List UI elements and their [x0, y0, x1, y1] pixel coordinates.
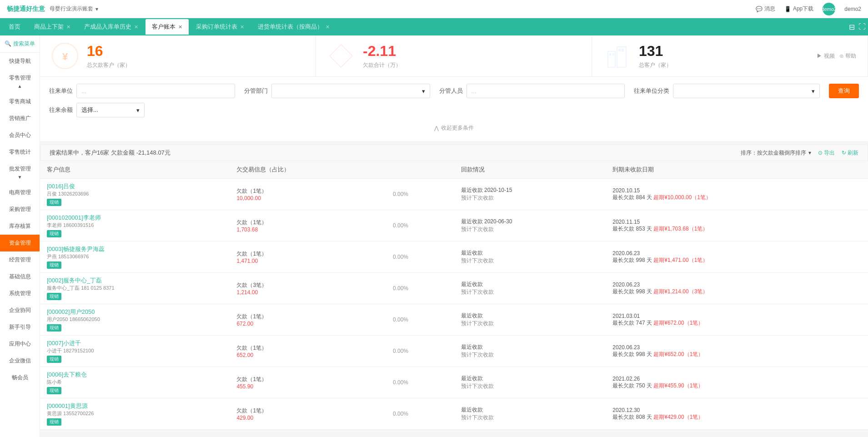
query-button[interactable]: 查询 — [829, 84, 859, 98]
cell-payment-2: 最近收款 预计下次收款 — [454, 241, 606, 273]
video-btn[interactable]: ▶ 视频 — [817, 52, 834, 60]
overdue-link-1[interactable]: 超期¥1,703.68（1笔） — [653, 226, 708, 232]
next-payment-1: 预计下次收款 — [461, 226, 599, 233]
col-debt-info: 欠交易信息（占比） — [230, 161, 386, 179]
sidebar-item-retail-mgmt[interactable]: 零售管理 ▲ — [0, 70, 40, 93]
debt-pct-3: 0.00% — [393, 285, 408, 291]
message-btn[interactable]: 💬 消息 — [756, 5, 775, 13]
sidebar-item-retail-stats[interactable]: 零售统计 — [0, 144, 40, 161]
customer-name-1[interactable]: [0001020001]李老师 — [47, 214, 101, 221]
sidebar-item-marketing[interactable]: 营销推广 — [0, 110, 40, 127]
sidebar-item-batch-mgmt[interactable]: 批发管理 ▼ — [0, 161, 40, 184]
sidebar-item-quick-nav[interactable]: 快捷导航 — [0, 53, 40, 70]
customer-name-2[interactable]: [0003]畅捷服务尹海蕊 — [47, 246, 105, 252]
filter-person-input[interactable]: ... — [467, 84, 625, 98]
debt-amount-1: 1,703.68 — [236, 226, 379, 233]
overdue-info-4: 最长欠款 747 天 超期¥672.00（1笔） — [612, 319, 861, 327]
filter-balance-select[interactable]: 选择... ▾ — [76, 103, 145, 117]
help-btn[interactable]: ⊙ 帮助 — [839, 52, 856, 60]
tab-goods-toggle[interactable]: 商品上下架 ✕ — [28, 19, 77, 35]
overdue-link-5[interactable]: 超期¥652.00（1笔） — [653, 351, 703, 357]
tab-customer-account[interactable]: 客户账本 ✕ — [146, 19, 189, 35]
collapse-btn[interactable]: ⋀ 收起更多条件 — [49, 122, 859, 134]
result-summary: 搜索结果中，客户16家 欠款金额 -21,148.07元 — [50, 149, 171, 157]
debt-label-7: 欠款（1笔） — [236, 407, 379, 415]
customer-name-4[interactable]: [000002]用户2050 — [47, 308, 95, 315]
svg-rect-6 — [609, 53, 611, 55]
table-row: [0003]畅捷服务尹海蕊 尹燕 18513066976 现销 欠款（1笔） 1… — [40, 241, 868, 273]
sidebar: 🔍 搜索菜单 快捷导航 零售管理 ▲ 零售商城 营销推广 会员中心 零售统计 批… — [0, 35, 40, 437]
tab-home[interactable]: 首页 — [2, 19, 27, 35]
refresh-btn[interactable]: ↻ 刷新 — [842, 149, 858, 157]
chevron-down-icon: ▾ — [422, 88, 425, 95]
customer-name-6[interactable]: [0006]去下粮仓 — [47, 371, 87, 378]
cell-customer-0: [0016]吕俊 吕俊 13026203696 现销 — [40, 179, 230, 210]
sidebar-item-capital[interactable]: 资金管理 — [0, 235, 40, 251]
tab-minimize-icon[interactable]: ⊟ — [849, 23, 855, 31]
overdue-link-7[interactable]: 超期¥429.00（1笔） — [653, 414, 703, 420]
sidebar-item-inventory[interactable]: 库存核算 — [0, 218, 40, 235]
sidebar-item-vip[interactable]: 畅会员 — [0, 369, 40, 386]
user-avatar[interactable]: demo2 — [823, 3, 835, 15]
app-download-btn[interactable]: 📱 App下载 — [784, 5, 813, 13]
next-payment-6: 预计下次收款 — [461, 382, 599, 390]
tab-bar-actions: ⊟ ⛶ — [849, 23, 866, 31]
chevron-down-icon: ▾ — [95, 6, 98, 12]
sidebar-item-purchase[interactable]: 采购管理 — [0, 201, 40, 218]
tab-goods-close[interactable]: ✕ — [66, 24, 70, 30]
cell-payment-3: 最近收款 预计下次收款 — [454, 273, 606, 304]
tab-expand-icon[interactable]: ⛶ — [858, 23, 866, 31]
sidebar-item-cooperation[interactable]: 企业协同 — [0, 302, 40, 319]
customer-name-5[interactable]: [0007]小进千 — [47, 340, 81, 347]
cell-customer-7: [000001]黄思源 黄思源 13552700226 现销 — [40, 398, 230, 430]
overdue-link-2[interactable]: 超期¥1,471.00（1笔） — [653, 257, 708, 263]
sidebar-item-corp-wechat[interactable]: 企业微信 — [0, 352, 40, 369]
cell-due-0: 2020.10.15 最长欠款 884 天 超期¥10,000.00（1笔） — [606, 179, 868, 210]
overdue-link-0[interactable]: 超期¥10,000.00（1笔） — [653, 194, 711, 201]
cell-customer-2: [0003]畅捷服务尹海蕊 尹燕 18513066976 现销 — [40, 241, 230, 273]
cell-debt-1: 欠款（1笔） 1,703.68 — [230, 210, 386, 241]
customer-name-0[interactable]: [0016]吕俊 — [47, 183, 75, 190]
overdue-days-6: 最长欠款 750 天 — [612, 382, 653, 389]
sidebar-item-operations[interactable]: 经营管理 — [0, 251, 40, 268]
top-bar-left: 畅捷通好生意 母婴行业演示账套 ▾ — [7, 5, 98, 13]
export-btn[interactable]: ⊙ 导出 — [818, 149, 835, 157]
customer-name-7[interactable]: [000001]黄思源 — [47, 402, 88, 409]
tab-purchase-close[interactable]: ✕ — [240, 24, 244, 30]
sidebar-item-ecommerce[interactable]: 电商管理 — [0, 184, 40, 201]
overdue-info-2: 最长欠款 998 天 超期¥1,471.00（1笔） — [612, 256, 861, 264]
sidebar-item-basic-info[interactable]: 基础信息 — [0, 268, 40, 285]
tab-product-close[interactable]: ✕ — [134, 24, 138, 30]
due-date-6: 2021.02.26 — [612, 376, 861, 382]
overdue-link-4[interactable]: 超期¥672.00（1笔） — [653, 320, 703, 326]
sidebar-item-member[interactable]: 会员中心 — [0, 127, 40, 144]
filter-unit-input[interactable]: ... — [76, 84, 235, 98]
tab-inbound-close[interactable]: ✕ — [326, 24, 330, 30]
cell-payment-4: 最近收款 预计下次收款 — [454, 304, 606, 336]
filter-unit: 往来单位 ... — [49, 84, 235, 98]
sidebar-item-guide[interactable]: 新手引导 — [0, 319, 40, 336]
tab-inbound-summary[interactable]: 进货单统计表（按商品） ✕ — [251, 19, 336, 35]
sidebar-item-retail-mall[interactable]: 零售商城 — [0, 93, 40, 110]
tab-product-history[interactable]: 产成品入库单历史 ✕ — [78, 19, 145, 35]
overdue-days-0: 最长欠款 884 天 — [612, 194, 653, 201]
filter-category-select[interactable]: ▾ — [673, 84, 820, 98]
tab-customer-close[interactable]: ✕ — [178, 24, 182, 30]
debt-pct-4: 0.00% — [393, 316, 408, 323]
overdue-link-3[interactable]: 超期¥1,214.00（3笔） — [653, 288, 708, 295]
customer-name-3[interactable]: [0002]服务中心_丁磊 — [47, 277, 102, 284]
overdue-link-6[interactable]: 超期¥455.90（1笔） — [653, 382, 703, 389]
cell-due-6: 2021.02.26 最长欠款 750 天 超期¥455.90（1笔） — [606, 367, 868, 398]
debt-pct-6: 0.00% — [393, 379, 408, 386]
filter-dept-select[interactable]: ▾ — [271, 84, 430, 98]
tab-purchase-summary[interactable]: 采购订单统计表 ✕ — [190, 19, 251, 35]
top-bar-right: 💬 消息 📱 App下载 demo2 demo2 — [756, 3, 861, 15]
table-header-row: 客户信息 欠交易信息（占比） 回款情况 到期未收款日期 — [40, 161, 868, 179]
sidebar-item-app-center[interactable]: 应用中心 — [0, 336, 40, 352]
sidebar-search[interactable]: 🔍 搜索菜单 — [0, 35, 40, 53]
company-selector[interactable]: 母婴行业演示账套 ▾ — [50, 5, 98, 13]
collapse-label: 收起更多条件 — [441, 124, 474, 132]
cell-debt-5: 欠款（1笔） 652.00 — [230, 336, 386, 367]
sidebar-item-system[interactable]: 系统管理 — [0, 285, 40, 302]
sort-selector[interactable]: 排序：按欠款金额倒序排序 ▾ — [741, 149, 811, 157]
